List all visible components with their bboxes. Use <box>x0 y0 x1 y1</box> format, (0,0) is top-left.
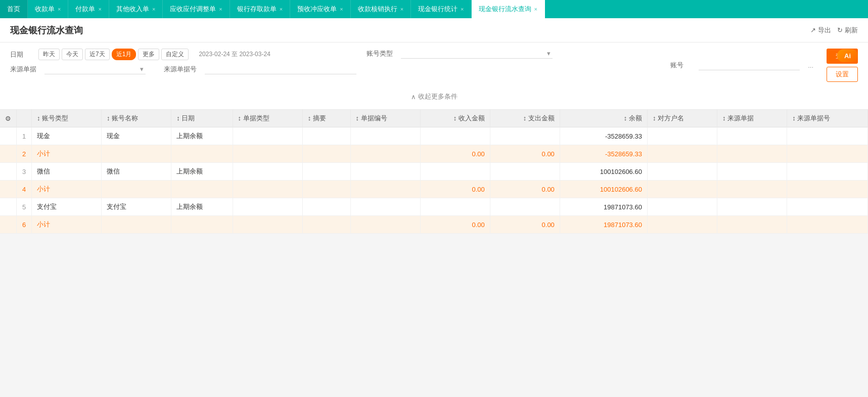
collapse-icon: ∧ <box>411 93 416 101</box>
setting-button[interactable]: 设置 <box>827 67 858 82</box>
date-btn-7days[interactable]: 近7天 <box>85 49 110 60</box>
nav-tab-close-8[interactable]: × <box>534 6 537 12</box>
source-doc-label: 来源单据 <box>10 65 36 74</box>
table-row[interactable]: 4小计0.000.00100102606.60 <box>0 181 868 198</box>
nav-tab-close-0[interactable]: × <box>58 6 61 12</box>
table-row[interactable]: 2小计0.000.00-3528659.33 <box>0 145 868 163</box>
nav-tab-close-6[interactable]: × <box>400 6 403 12</box>
nav-tab-2[interactable]: 其他收入单 × <box>109 0 163 18</box>
nav-tab-label-0: 收款单 <box>35 5 55 14</box>
refresh-button[interactable]: ↻ 刷新 <box>837 26 858 35</box>
filter-row-2: 来源单据 ▾ 来源单据号 <box>10 64 356 74</box>
export-label: 导出 <box>818 26 831 35</box>
nav-home-label: 首页 <box>7 5 20 14</box>
col-counterpart[interactable]: ↕ 对方户名 <box>647 110 717 127</box>
nav-tab-label-5: 预收冲应收单 <box>297 5 337 14</box>
date-btn-custom[interactable]: 自定义 <box>161 49 189 60</box>
account-type-label: 账号类型 <box>367 49 393 58</box>
date-buttons: 昨天 今天 近7天 近1月 更多 自定义 <box>38 49 189 60</box>
nav-tab-3[interactable]: 应收应付调整单 × <box>163 0 230 18</box>
date-btn-today[interactable]: 今天 <box>62 49 83 60</box>
nav-tab-close-4[interactable]: × <box>280 6 283 12</box>
account-label: 账号 <box>670 61 691 70</box>
nav-tab-label-8: 现金银行流水查询 <box>479 5 531 14</box>
nav-home[interactable]: 首页 <box>0 0 28 18</box>
col-doc-type[interactable]: ↕ 单据类型 <box>233 110 302 127</box>
col-num <box>17 110 32 127</box>
nav-tab-label-2: 其他收入单 <box>116 5 149 14</box>
col-doc-no[interactable]: ↕ 单据编号 <box>350 110 420 127</box>
export-icon: ↗ <box>810 26 816 34</box>
date-range: 2023-02-24 至 2023-03-24 <box>199 50 270 59</box>
refresh-icon: ↻ <box>837 26 843 34</box>
col-gear[interactable]: ⚙ <box>0 110 17 127</box>
source-doc-no-label: 来源单据号 <box>164 65 197 74</box>
col-summary[interactable]: ↕ 摘要 <box>302 110 350 127</box>
export-button[interactable]: ↗ 导出 <box>810 26 831 35</box>
table-row[interactable]: 1现金现金上期余额-3528659.33 <box>0 127 868 145</box>
nav-tab-0[interactable]: 收款单 × <box>28 0 68 18</box>
more-button[interactable]: ... <box>808 62 813 69</box>
top-nav: 首页 收款单 × 付款单 × 其他收入单 × 应收应付调整单 × 银行存取款单 … <box>0 0 868 18</box>
nav-tab-7[interactable]: 现金银行统计 × <box>411 0 471 18</box>
account-input[interactable] <box>699 60 800 70</box>
refresh-label: 刷新 <box>845 26 858 35</box>
col-income[interactable]: ↕ 收入金额 <box>420 110 490 127</box>
table-row[interactable]: 6小计0.000.0019871073.60 <box>0 216 868 234</box>
source-doc-select[interactable] <box>44 64 146 74</box>
col-balance[interactable]: ↕ 余额 <box>560 110 647 127</box>
table-container: ⚙ ↕ 账号类型 ↕ 账号名称 ↕ 日期 ↕ 单据类型 ↕ 摘要 <box>0 110 868 234</box>
date-btn-more[interactable]: 更多 <box>138 49 159 60</box>
date-label: 日期 <box>10 50 30 59</box>
table-row[interactable]: 5支付宝支付宝上期余额19871073.60 <box>0 198 868 216</box>
nav-tab-4[interactable]: 银行存取款单 × <box>230 0 290 18</box>
nav-tab-6[interactable]: 收款核销执行 × <box>351 0 411 18</box>
account-type-select-wrapper: ▾ <box>401 49 553 59</box>
nav-tab-label-6: 收款核销执行 <box>358 5 397 14</box>
account-type-select[interactable] <box>401 49 553 58</box>
col-account-name[interactable]: ↕ 账号名称 <box>102 110 171 127</box>
filter-area: 日期 昨天 今天 近7天 近1月 更多 自定义 2023-02-24 至 202… <box>0 42 868 110</box>
filter-row-account: 账号 ... 查询 设置 <box>670 49 858 82</box>
ai-badge[interactable]: Ai <box>837 49 858 62</box>
source-doc-no-input[interactable] <box>205 64 356 74</box>
date-btn-yesterday[interactable]: 昨天 <box>38 49 60 60</box>
col-source-doc[interactable]: ↕ 来源单据 <box>717 110 787 127</box>
col-expense[interactable]: ↕ 支出金额 <box>490 110 560 127</box>
collapse-label: 收起更多条件 <box>418 92 458 101</box>
nav-tab-1[interactable]: 付款单 × <box>68 0 109 18</box>
nav-tab-5[interactable]: 预收冲应收单 × <box>290 0 350 18</box>
filter-row-account-type: 账号类型 ▾ <box>367 49 660 59</box>
table-header-row: ⚙ ↕ 账号类型 ↕ 账号名称 ↕ 日期 ↕ 单据类型 ↕ 摘要 <box>0 110 868 127</box>
data-table: ⚙ ↕ 账号类型 ↕ 账号名称 ↕ 日期 ↕ 单据类型 ↕ 摘要 <box>0 110 868 234</box>
nav-tab-close-3[interactable]: × <box>219 6 222 12</box>
col-source-doc-no[interactable]: ↕ 来源单据号 <box>787 110 868 127</box>
nav-tab-close-1[interactable]: × <box>98 6 101 12</box>
filter-row-1: 日期 昨天 今天 近7天 近1月 更多 自定义 2023-02-24 至 202… <box>10 49 356 60</box>
nav-tab-label-4: 银行存取款单 <box>237 5 277 14</box>
table-row[interactable]: 3微信微信上期余额100102606.60 <box>0 163 868 181</box>
nav-tab-label-1: 付款单 <box>75 5 95 14</box>
nav-tab-close-5[interactable]: × <box>340 6 343 12</box>
page-title: 现金银行流水查询 <box>10 24 83 36</box>
collapse-row: ∧ 收起更多条件 <box>10 90 858 103</box>
page-header: 现金银行流水查询 ↗ 导出 ↻ 刷新 <box>0 18 868 42</box>
nav-tab-label-3: 应收应付调整单 <box>170 5 216 14</box>
date-btn-1month[interactable]: 近1月 <box>112 49 136 60</box>
nav-tab-close-2[interactable]: × <box>152 6 155 12</box>
collapse-button[interactable]: ∧ 收起更多条件 <box>409 90 460 103</box>
source-doc-select-wrapper: ▾ <box>44 64 146 74</box>
header-actions: ↗ 导出 ↻ 刷新 <box>810 26 858 35</box>
ai-label: Ai <box>844 52 851 60</box>
table-body: 1现金现金上期余额-3528659.332小计0.000.00-3528659.… <box>0 127 868 234</box>
nav-tab-label-7: 现金银行统计 <box>418 5 458 14</box>
col-date[interactable]: ↕ 日期 <box>171 110 233 127</box>
col-account-type[interactable]: ↕ 账号类型 <box>32 110 102 127</box>
nav-tab-8[interactable]: 现金银行流水查询 × <box>472 0 545 18</box>
nav-tab-close-7[interactable]: × <box>461 6 464 12</box>
